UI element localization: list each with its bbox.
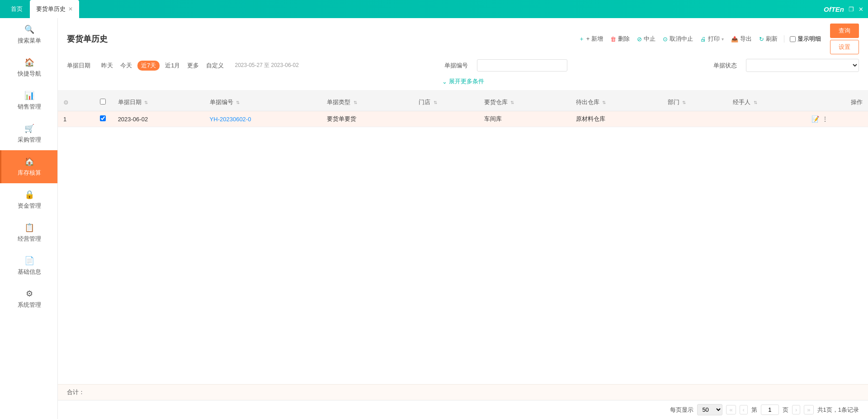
chart-icon: 📊 [24, 90, 34, 100]
sort-arrows-department: ⇅ [682, 100, 686, 105]
status-select[interactable] [746, 59, 859, 71]
tab-list: 首页 要货单历史 ✕ [5, 0, 79, 18]
th-order-no-label: 单据编号 [210, 99, 233, 105]
operations-icon: 📋 [24, 223, 34, 233]
per-page-select[interactable]: 50 10 20 100 [697, 404, 722, 415]
next-page-button[interactable]: › [792, 405, 800, 414]
sort-arrows-pending-warehouse: ⇅ [602, 100, 606, 105]
sort-arrows-req-warehouse: ⇅ [510, 100, 514, 105]
column-settings-icon[interactable]: ⚙ [63, 99, 69, 106]
cancel-stop-button[interactable]: ⊙ 取消中止 [662, 33, 694, 45]
tab-close-icon[interactable]: ✕ [68, 6, 73, 12]
th-req-warehouse[interactable]: 要货仓库 ⇅ [479, 94, 571, 111]
delete-button[interactable]: 🗑 删除 [609, 33, 631, 45]
cancel-stop-label: 取消中止 [670, 35, 693, 43]
setting-button[interactable]: 设置 [830, 40, 859, 54]
date-opt-custom[interactable]: 自定义 [204, 61, 226, 71]
sort-arrows-order-type: ⇅ [354, 100, 357, 105]
sidebar-item-finance-mgmt[interactable]: 🔒 资金管理 [0, 183, 57, 216]
restore-button[interactable]: ❐ [849, 6, 854, 13]
export-button[interactable]: 📤 导出 [730, 33, 753, 45]
chevron-down-icon: ⌄ [442, 78, 447, 85]
order-no-link[interactable]: YH-20230602-0 [210, 116, 251, 123]
display-detail-toggle[interactable]: 显示明细 [790, 35, 821, 43]
expand-more-button[interactable]: ⌄ 展开更多条件 [67, 76, 859, 87]
tab-requisition-history[interactable]: 要货单历史 ✕ [30, 0, 79, 18]
td-department [662, 111, 728, 127]
delete-label: 删除 [618, 35, 630, 43]
th-order-no[interactable]: 单据编号 ⇅ [204, 94, 321, 111]
print-label: 打印 [708, 35, 720, 43]
sidebar-label-inventory: 库存核算 [18, 169, 41, 177]
th-handler[interactable]: 经手人 ⇅ [727, 94, 806, 111]
td-order-no: YH-20230602-0 [204, 111, 321, 127]
tab-requisition-history-label: 要货单历史 [36, 5, 66, 13]
expand-more-label: 展开更多条件 [449, 77, 484, 86]
total-label: 合计： [67, 388, 85, 396]
status-select-container [746, 59, 859, 72]
th-handler-label: 经手人 [733, 99, 750, 105]
th-department[interactable]: 部门 ⇅ [662, 94, 728, 111]
print-button[interactable]: 🖨 打印 ▾ [699, 33, 725, 45]
sidebar-item-search-menu[interactable]: 🔍 搜索菜单 [0, 18, 57, 51]
query-button[interactable]: 查询 [830, 24, 859, 38]
home-icon: 🏠 [24, 57, 34, 67]
print-icon: 🖨 [700, 36, 706, 43]
sidebar-item-sales-mgmt[interactable]: 📊 销售管理 [0, 84, 57, 117]
select-all-checkbox[interactable] [100, 99, 106, 105]
doc-icon: 📄 [24, 256, 34, 266]
cancel-stop-icon: ⊙ [663, 36, 668, 43]
action-buttons: 📝 ⋮ [811, 115, 863, 123]
th-gear[interactable]: ⚙ [58, 94, 94, 111]
new-label: + 新增 [586, 35, 603, 43]
th-order-type[interactable]: 单据类型 ⇅ [321, 94, 413, 111]
date-opt-last7days[interactable]: 近7天 [137, 61, 160, 71]
th-req-warehouse-label: 要货仓库 [484, 99, 508, 105]
sidebar-item-inventory[interactable]: 🏠 库存核算 [0, 150, 57, 183]
th-pending-warehouse[interactable]: 待出仓库 ⇅ [571, 94, 662, 111]
page-number-input[interactable] [761, 405, 779, 415]
footer-bar: 合计： [58, 384, 868, 400]
stop-label: 中止 [644, 35, 656, 43]
sidebar-item-system-mgmt[interactable]: ⚙ 系统管理 [0, 282, 57, 315]
edit-button[interactable]: 📝 [811, 115, 819, 123]
sidebar-item-quick-nav[interactable]: 🏠 快捷导航 [0, 51, 57, 84]
tab-home[interactable]: 首页 [5, 0, 29, 18]
date-opt-last1month[interactable]: 近1月 [163, 61, 182, 71]
date-opt-yesterday[interactable]: 昨天 [99, 61, 115, 71]
sidebar-item-basic-info[interactable]: 📄 基础信息 [0, 249, 57, 282]
tab-home-label: 首页 [11, 5, 23, 13]
page-title: 要货单历史 [67, 33, 108, 44]
filter-row-1: 单据日期 昨天 今天 近7天 近1月 更多 自定义 2023-05-27 至 2… [67, 59, 859, 72]
toolbar-divider [784, 35, 784, 43]
display-detail-checkbox[interactable] [790, 36, 796, 42]
close-button[interactable]: ✕ [859, 6, 863, 13]
export-icon: 📤 [731, 36, 738, 43]
display-detail-label: 显示明细 [797, 35, 821, 43]
pagination-bar: 每页显示 50 10 20 100 « ‹ 第 页 › » 共1页，1条记录 [58, 400, 868, 419]
th-store[interactable]: 门店 ⇅ [413, 94, 479, 111]
sidebar-label-basic-info: 基础信息 [18, 268, 41, 276]
date-opt-more[interactable]: 更多 [185, 61, 201, 71]
toolbar: ＋ + 新增 🗑 删除 ⊘ 中止 ⊙ 取消中止 🖨 打印 [578, 24, 859, 54]
more-button[interactable]: ⋮ [822, 115, 828, 123]
refresh-button[interactable]: ↻ 刷新 [758, 33, 778, 45]
order-no-input[interactable] [477, 59, 567, 71]
last-page-button[interactable]: » [804, 405, 813, 414]
td-action: 📝 ⋮ [806, 111, 868, 127]
td-handler [727, 111, 806, 127]
table-header-row: ⚙ 单据日期 ⇅ 单据编号 ⇅ [58, 94, 868, 111]
first-page-button[interactable]: « [726, 405, 736, 414]
sidebar-label-search-menu: 搜索菜单 [18, 37, 41, 45]
stop-button[interactable]: ⊘ 中止 [636, 33, 656, 45]
sidebar-item-operations-mgmt[interactable]: 📋 经营管理 [0, 216, 57, 249]
sidebar-item-purchase-mgmt[interactable]: 🛒 采购管理 [0, 117, 57, 150]
row-checkbox[interactable] [100, 115, 106, 121]
date-opt-today[interactable]: 今天 [118, 61, 134, 71]
th-date[interactable]: 单据日期 ⇅ [113, 94, 204, 111]
td-req-warehouse: 车间库 [479, 111, 571, 127]
new-button[interactable]: ＋ + 新增 [578, 33, 604, 45]
prev-page-button[interactable]: ‹ [740, 405, 748, 414]
date-range-display: 2023-05-27 至 2023-06-02 [235, 62, 298, 69]
stop-icon: ⊘ [637, 36, 642, 43]
